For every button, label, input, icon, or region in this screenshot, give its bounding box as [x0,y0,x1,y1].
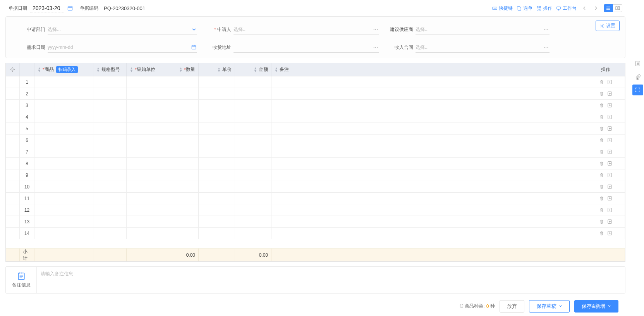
cell-goods[interactable] [34,76,93,88]
cell-amt[interactable] [235,146,271,157]
delete-row-icon[interactable] [599,231,604,236]
table-row[interactable]: 3 [6,100,625,111]
cell-qty[interactable] [162,204,199,216]
table-row[interactable]: 6 [6,135,625,146]
cell-amt[interactable] [235,169,271,181]
table-row[interactable]: 13 [6,216,625,228]
table-row[interactable]: 12 [6,204,625,216]
cell-goods[interactable] [34,193,93,204]
dept-input[interactable] [48,27,197,32]
add-row-icon[interactable] [607,126,612,131]
dock-draft-button[interactable]: 草 [632,58,643,69]
cell-goods[interactable] [34,158,93,169]
chevron-down-icon[interactable] [192,27,196,32]
table-row[interactable]: 5 [6,123,625,135]
cell-remark[interactable] [271,181,586,192]
cell-unit[interactable] [127,216,162,227]
col-spec[interactable]: ▲▼规格型号 [93,63,127,76]
cell-amt[interactable] [235,88,271,99]
cell-remark[interactable] [271,228,586,239]
delete-row-icon[interactable] [599,161,604,166]
cell-remark[interactable] [271,100,586,111]
cell-price[interactable] [199,193,235,204]
cell-unit[interactable] [127,76,162,88]
cell-qty[interactable] [162,111,199,123]
cell-goods[interactable] [34,204,93,216]
cell-spec[interactable] [93,76,127,88]
cell-unit[interactable] [127,228,162,239]
cell-qty[interactable] [162,135,199,146]
table-row[interactable]: 9 [6,169,625,181]
table-row[interactable]: 14 [6,228,625,239]
shortcut-link[interactable]: 快捷键 [492,5,513,12]
cell-price[interactable] [199,146,235,157]
cell-spec[interactable] [93,123,127,134]
need-date-input[interactable] [48,45,197,50]
cell-qty[interactable] [162,123,199,134]
add-row-icon[interactable] [607,114,612,119]
supplier-input[interactable] [416,27,550,32]
cell-amt[interactable] [235,123,271,134]
table-settings-header[interactable] [6,63,20,76]
cell-amt[interactable] [235,111,271,123]
add-row-icon[interactable] [607,231,612,236]
table-row[interactable]: 8 [6,158,625,169]
col-qty[interactable]: ▲▼*数量 [162,63,199,76]
table-row[interactable]: 7 [6,146,625,158]
add-row-icon[interactable] [607,161,612,166]
cell-qty[interactable] [162,100,199,111]
cell-spec[interactable] [93,146,127,157]
save-new-button[interactable]: 保存&新增 [574,300,618,313]
doc-date-value[interactable]: 2023-03-20 [30,4,64,12]
sort-icon[interactable]: ▲▼ [96,67,100,73]
next-doc-button[interactable] [592,4,600,12]
cell-qty[interactable] [162,228,199,239]
add-row-icon[interactable] [607,149,612,154]
cell-spec[interactable] [93,100,127,111]
save-draft-button[interactable]: 保存草稿 [529,300,570,313]
cell-remark[interactable] [271,193,586,204]
select-doc-link[interactable]: 选单 [517,5,532,12]
table-row[interactable]: 4 [6,111,625,123]
add-row-icon[interactable] [607,138,612,143]
cell-remark[interactable] [271,135,586,146]
cell-goods[interactable] [34,216,93,227]
cell-amt[interactable] [235,158,271,169]
add-row-icon[interactable] [607,196,612,201]
cell-unit[interactable] [127,88,162,99]
delete-row-icon[interactable] [599,149,604,154]
more-icon[interactable]: ··· [544,27,549,32]
cell-spec[interactable] [93,193,127,204]
cell-remark[interactable] [271,88,586,99]
cell-price[interactable] [199,76,235,88]
add-row-icon[interactable] [607,173,612,178]
more-icon[interactable]: ··· [544,45,549,50]
cell-qty[interactable] [162,88,199,99]
cell-price[interactable] [199,228,235,239]
cell-price[interactable] [199,204,235,216]
discard-button[interactable]: 放弃 [500,300,524,313]
col-unit[interactable]: ▲▼*采购单位 [127,63,162,76]
table-row[interactable]: 10 [6,181,625,193]
cell-price[interactable] [199,100,235,111]
cell-goods[interactable] [34,181,93,192]
cell-goods[interactable] [34,100,93,111]
cell-qty[interactable] [162,181,199,192]
view-split-button[interactable] [613,4,622,12]
cell-goods[interactable] [34,88,93,99]
remarks-input[interactable] [37,267,625,293]
delete-row-icon[interactable] [599,103,604,108]
cell-spec[interactable] [93,88,127,99]
cell-remark[interactable] [271,169,586,181]
add-row-icon[interactable] [607,184,612,189]
cell-price[interactable] [199,135,235,146]
delete-row-icon[interactable] [599,79,604,85]
calendar-icon[interactable] [191,45,196,50]
col-remark[interactable]: ▲▼备注 [271,63,586,76]
cell-goods[interactable] [34,135,93,146]
add-row-icon[interactable] [607,219,612,224]
delete-row-icon[interactable] [599,207,604,212]
sort-icon[interactable]: ▲▼ [254,67,257,73]
cell-goods[interactable] [34,228,93,239]
cell-amt[interactable] [235,204,271,216]
